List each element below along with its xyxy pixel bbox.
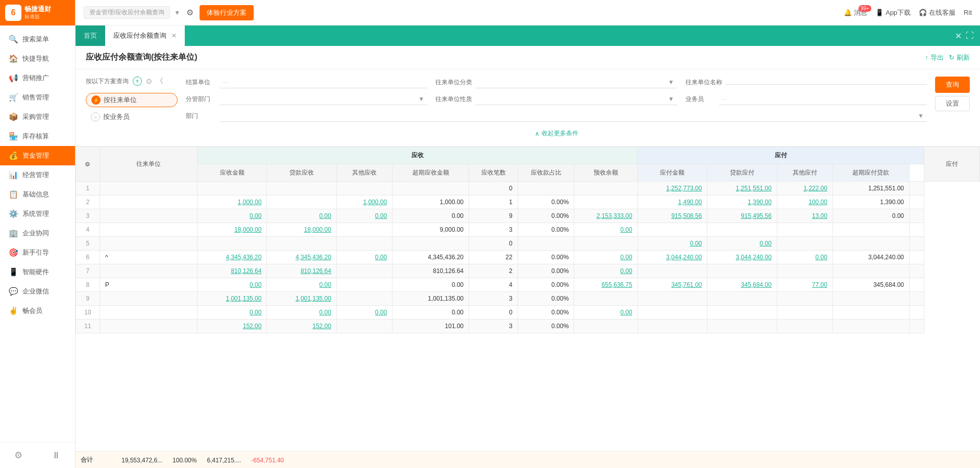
gear-icon[interactable]: ⚙ — [184, 6, 195, 19]
table-cell[interactable] — [707, 306, 777, 319]
setting-button[interactable]: 设置 — [935, 96, 970, 111]
tab-0[interactable]: 首页 — [76, 26, 105, 46]
table-cell[interactable] — [336, 237, 392, 251]
table-cell[interactable]: 915,508.56 — [638, 209, 707, 223]
table-cell[interactable] — [574, 195, 638, 209]
table-cell[interactable] — [574, 319, 638, 333]
table-cell[interactable]: 345,761.00 — [638, 278, 707, 292]
table-cell[interactable]: 152.00 — [197, 319, 266, 333]
jiesuan-input[interactable]: ··· — [219, 77, 427, 88]
table-cell[interactable] — [267, 182, 336, 195]
sidebar-item-quicknav[interactable]: 🏠快捷导航 — [0, 49, 75, 68]
wanglai-name-input[interactable] — [725, 80, 927, 85]
table-cell[interactable] — [638, 319, 707, 333]
table-cell[interactable]: 0.00 — [574, 251, 638, 264]
notification-button[interactable]: 🔔 消息 99+ — [844, 8, 867, 17]
table-cell[interactable] — [777, 264, 832, 278]
close-tab-icon[interactable]: ✕ — [955, 31, 962, 41]
table-cell[interactable] — [336, 278, 392, 292]
sidebar-item-inventory[interactable]: 🏪库存核算 — [0, 127, 75, 146]
table-cell[interactable] — [267, 237, 336, 251]
table-cell[interactable] — [638, 292, 707, 306]
table-cell[interactable]: 655,636.75 — [574, 278, 638, 292]
sidebar-item-operation[interactable]: 📊经营管理 — [0, 165, 75, 185]
table-cell[interactable] — [707, 292, 777, 306]
settings-bottom-icon[interactable]: ⚙ — [10, 448, 27, 463]
sidebar-item-member[interactable]: ✌️畅会员 — [0, 301, 75, 321]
table-cell[interactable]: 4,345,436.20 — [197, 251, 266, 264]
table-cell[interactable]: 0.00 — [574, 223, 638, 237]
table-cell[interactable] — [638, 223, 707, 237]
table-cell[interactable] — [574, 182, 638, 195]
table-cell[interactable]: 0.00 — [197, 278, 266, 292]
table-cell[interactable] — [197, 237, 266, 251]
table-cell[interactable]: 0.00 — [267, 278, 336, 292]
table-cell[interactable] — [707, 264, 777, 278]
table-cell[interactable] — [197, 182, 266, 195]
table-cell[interactable]: 0.00 — [267, 209, 336, 223]
table-cell[interactable]: 0.00 — [336, 306, 392, 319]
table-cell[interactable]: 810,126.64 — [267, 264, 336, 278]
sidebar-item-guide[interactable]: 🎯新手引导 — [0, 243, 75, 262]
table-cell[interactable]: 4,345,436.20 — [267, 251, 336, 264]
wanglai-nature-select[interactable]: ▼ — [475, 93, 677, 105]
table-cell[interactable]: 152.00 — [267, 319, 336, 333]
table-cell[interactable]: 1,390.00 — [707, 195, 777, 209]
table-cell[interactable] — [777, 223, 832, 237]
table-cell[interactable]: 0.00 — [777, 251, 832, 264]
table-container[interactable]: ⚙ 往来单位 应收 应付 应付 应收金额 贷款应收 其他应收 超期应收金额 应收… — [76, 146, 980, 451]
pause-bottom-icon[interactable]: ⏸ — [47, 448, 65, 463]
sidebar-item-sales[interactable]: 🛒销售管理 — [0, 88, 75, 107]
table-cell[interactable] — [574, 237, 638, 251]
table-cell[interactable]: 2,153,333.00 — [574, 209, 638, 223]
expand-tab-icon[interactable]: ⛶ — [966, 31, 974, 40]
table-cell[interactable] — [707, 223, 777, 237]
table-cell[interactable] — [336, 223, 392, 237]
table-cell[interactable]: 915,495.56 — [707, 209, 777, 223]
table-cell[interactable]: 0.00 — [336, 209, 392, 223]
promo-button[interactable]: 体验行业方案 — [200, 5, 254, 20]
table-cell[interactable] — [336, 292, 392, 306]
table-cell[interactable]: 1,000.00 — [336, 195, 392, 209]
table-cell[interactable]: 345,684.00 — [707, 278, 777, 292]
table-cell[interactable]: 0.00 — [707, 237, 777, 251]
filter-by-partner[interactable]: ⚡ 按往来单位 — [86, 93, 178, 107]
sidebar-item-purchase[interactable]: 📦采购管理 — [0, 107, 75, 127]
table-cell[interactable]: 1,490.00 — [638, 195, 707, 209]
filter-by-salesperson[interactable]: ○ 按业务员 — [86, 110, 178, 124]
table-cell[interactable]: 0.00 — [336, 251, 392, 264]
filter-collapse-icon[interactable]: 《 — [156, 77, 163, 86]
tab-1[interactable]: 应收应付余额查询✕ — [105, 26, 185, 46]
fenguan-select[interactable]: ▼ — [219, 93, 427, 105]
sidebar-item-hardware[interactable]: 📱智能硬件 — [0, 262, 75, 282]
sidebar-item-search[interactable]: 🔍搜索菜单 — [0, 30, 75, 49]
table-cell[interactable]: 1,001,135.00 — [197, 292, 266, 306]
table-cell[interactable]: 77.00 — [777, 278, 832, 292]
table-cell[interactable]: 0.00 — [197, 306, 266, 319]
sidebar-item-corp[interactable]: 🏢企业协同 — [0, 224, 75, 243]
table-cell[interactable]: 1,252,773.00 — [638, 182, 707, 195]
table-cell[interactable]: 13.00 — [777, 209, 832, 223]
table-cell[interactable] — [777, 237, 832, 251]
sidebar-item-capital[interactable]: 💰资金管理 — [0, 146, 75, 165]
table-cell[interactable]: 0.00 — [574, 264, 638, 278]
sidebar-item-basic[interactable]: 📋基础信息 — [0, 185, 75, 204]
table-cell[interactable] — [574, 292, 638, 306]
table-cell[interactable]: 1,000.00 — [197, 195, 266, 209]
export-button[interactable]: ↑ 导出 — [925, 53, 944, 62]
table-cell[interactable] — [638, 306, 707, 319]
table-cell[interactable]: 18,000.00 — [267, 223, 336, 237]
table-cell[interactable]: 3,044,240.00 — [638, 251, 707, 264]
table-cell[interactable]: 18,000.00 — [197, 223, 266, 237]
table-cell[interactable] — [336, 182, 392, 195]
table-cell[interactable] — [707, 319, 777, 333]
table-cell[interactable]: 0.00 — [267, 306, 336, 319]
query-button[interactable]: 查询 — [935, 77, 970, 93]
online-service-button[interactable]: 🎧 在线客服 — [919, 8, 955, 17]
table-cell[interactable]: 100.00 — [777, 195, 832, 209]
table-cell[interactable] — [777, 306, 832, 319]
app-download-button[interactable]: 📱 App下载 — [875, 8, 911, 17]
tab-close-1[interactable]: ✕ — [172, 32, 177, 39]
table-cell[interactable]: 810,126.64 — [197, 264, 266, 278]
table-cell[interactable] — [777, 292, 832, 306]
